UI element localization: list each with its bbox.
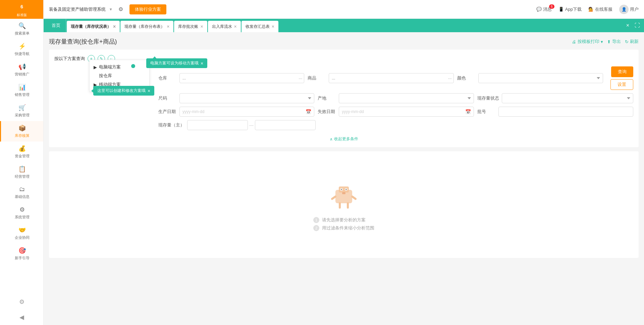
stock-qty-min[interactable] (187, 120, 248, 130)
sidebar-item-marketing[interactable]: 📢 营销推广 (0, 60, 43, 80)
filter-color: 颜色 (457, 73, 603, 83)
sidebar-label-search: 搜索菜单 (15, 31, 30, 36)
sidebar-item-system[interactable]: ⚙ 系统管理 (0, 203, 43, 223)
system-dropdown-icon[interactable]: ▾ (110, 7, 112, 12)
sidebar-item-basic[interactable]: 🗂 基础信息 (0, 182, 43, 203)
tab-close-1[interactable]: × (167, 24, 169, 29)
empty-tip-1: 1 请先选择要分析的方案 (313, 217, 374, 223)
svg-line-9 (332, 197, 335, 199)
system-icon: ⚙ (19, 206, 25, 213)
tab-close-2[interactable]: × (200, 24, 203, 29)
stock-status-select[interactable] (502, 93, 633, 103)
dot-connector (131, 64, 135, 68)
empty-tip-2: 2 用过滤条件来缩小分析范围 (313, 225, 374, 231)
tab-label-2: 库存批次账 (178, 24, 198, 30)
tab-item-0[interactable]: 现存量（库存状况表） × (67, 21, 120, 32)
stock-qty-range: — (187, 120, 316, 130)
batch-label: 批号 (477, 109, 496, 115)
color-label: 颜色 (457, 75, 476, 81)
industry-solution-button[interactable]: 体验行业方案 (129, 4, 166, 14)
support-icon: 💁 (588, 7, 594, 12)
online-support-button[interactable]: 💁 在线客服 (588, 6, 612, 12)
search-icon: 🔍 (18, 22, 26, 30)
enterprise-icon: 🤝 (18, 226, 26, 234)
size-select[interactable] (179, 93, 314, 103)
filter-size: 尺码 (158, 93, 314, 103)
tooltip1-close-btn[interactable]: × (201, 61, 203, 66)
svg-line-10 (352, 197, 356, 199)
refresh-button[interactable]: ↻ 刷新 (625, 39, 639, 45)
export-button[interactable]: ⬆ 导出 (607, 39, 621, 45)
color-select[interactable] (478, 73, 603, 83)
sidebar-item-inventory[interactable]: 📦 库存核算 (0, 121, 43, 142)
logo-subtext: 标准版 (17, 13, 27, 17)
batch-input[interactable] (498, 107, 633, 117)
sidebar-item-enterprise[interactable]: 🤝 企业协同 (0, 223, 43, 243)
support-label: 在线客服 (595, 6, 612, 12)
sidebar: 6 标准版 🔍 搜索菜单 ⚡ 快捷导航 📢 营销推广 📊 销售管理 🛒 采购管理… (0, 0, 44, 325)
stock-qty-sep: — (249, 123, 254, 128)
prod-date-label: 生产日期 (158, 109, 177, 115)
tab-item-3[interactable]: 出入库流水 × (208, 21, 241, 32)
tab-close-all-icon[interactable]: × (625, 21, 631, 30)
sidebar-collapse-btn[interactable]: ◀ (0, 310, 43, 325)
sidebar-label-system: 系统管理 (15, 215, 30, 220)
sidebar-label-enterprise: 企业协同 (15, 235, 30, 240)
sidebar-item-quicknav[interactable]: ⚡ 快捷导航 (0, 39, 43, 60)
tab-label-3: 出入库流水 (212, 24, 232, 30)
tooltip1-text: 电脑方案可设为移动方案哦 (150, 60, 199, 66)
top-right-section: 💬 消息 6 📱 App下载 💁 在线客服 👤 用户 (536, 5, 639, 14)
product-input[interactable] (329, 73, 453, 83)
sidebar-item-finance[interactable]: 💰 资金管理 (0, 142, 43, 162)
sidebar-label-operations: 经营管理 (15, 174, 30, 179)
sidebar-settings-btn[interactable]: ⚙ (0, 294, 43, 310)
tab-item-1[interactable]: 现存量（库存分布表） × (120, 21, 173, 32)
collapse-up-icon: ∧ (330, 137, 333, 142)
system-name-label: 装备及固定资产辅助管理系统 (49, 6, 106, 12)
tab-close-0[interactable]: × (113, 24, 116, 29)
scheme-tree-pc-sub[interactable]: 按仓库 (90, 71, 149, 80)
prod-date-placeholder: yyyy-mm-dd (182, 109, 204, 114)
filter-row-2: 尺码 产地 现存量状态 (158, 93, 633, 103)
product-dots-icon: ··· (448, 76, 452, 81)
stock-qty-max[interactable] (255, 120, 316, 130)
sidebar-item-purchase[interactable]: 🛒 采购管理 (0, 101, 43, 121)
tab-home[interactable]: 首页 (46, 19, 66, 32)
user-profile-button[interactable]: 👤 用户 (619, 5, 639, 14)
tooltip-create-scheme: 这里可以创建和修改方案哦 × (93, 86, 154, 96)
empty-illustration (327, 178, 361, 212)
scheme-pc-label: 电脑端方案 (99, 64, 121, 70)
warehouse-input[interactable] (179, 73, 304, 83)
filter-stock-qty: 现存量（主） — (158, 120, 316, 130)
prod-date-input[interactable]: yyyy-mm-dd 📅 (179, 107, 314, 117)
collapse-bar[interactable]: ∧ 收起更多条件 (54, 133, 633, 142)
origin-select[interactable] (339, 93, 474, 103)
messages-button[interactable]: 💬 消息 6 (536, 6, 552, 12)
tab-item-2[interactable]: 库存批次账 × (174, 21, 207, 32)
tab-close-4[interactable]: × (272, 24, 274, 29)
app-download-button[interactable]: 📱 App下载 (558, 6, 582, 12)
query-button[interactable]: 查询 (611, 66, 633, 77)
sidebar-item-sales[interactable]: 📊 销售管理 (0, 80, 43, 101)
export-label: 导出 (612, 39, 621, 45)
tooltip2-close-btn[interactable]: × (148, 89, 150, 93)
settings-gear-button[interactable]: ⚙ (116, 5, 125, 14)
scheme-tree-pc[interactable]: ▶ 电脑端方案 (90, 63, 149, 71)
product-label: 商品 (308, 75, 326, 81)
sidebar-item-search[interactable]: 🔍 搜索菜单 (0, 19, 43, 39)
tip-num-1: 1 (313, 217, 319, 223)
collapse-label: 收起更多条件 (334, 136, 358, 142)
tab-item-4[interactable]: 收发存汇总表 × (241, 21, 278, 32)
filter-header-label: 按以下方案查询 (54, 56, 85, 62)
sidebar-item-operations[interactable]: 📋 经营管理 (0, 162, 43, 182)
exp-date-input[interactable]: yyyy-mm-dd 📅 (339, 107, 474, 117)
tab-fullscreen-icon[interactable]: ⛶ (633, 21, 641, 30)
scheme-pc-sub-label: 按仓库 (99, 73, 112, 79)
data-table-area: 1 请先选择要分析的方案 2 用过滤条件来缩小分析范围 (49, 151, 639, 258)
sidebar-item-guide[interactable]: 🎯 新手引导 (0, 243, 43, 264)
reset-button[interactable]: 设置 (610, 79, 633, 90)
tab-close-3[interactable]: × (234, 24, 237, 29)
stock-qty-label: 现存量（主） (158, 122, 184, 128)
print-template-button[interactable]: 🖨 按模板打印 ▾ (572, 39, 603, 45)
tooltip2-text: 这里可以创建和修改方案哦 (97, 88, 146, 94)
